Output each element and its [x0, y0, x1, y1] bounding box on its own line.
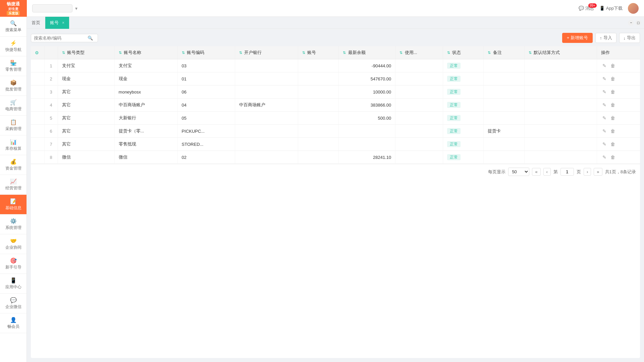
sidebar-item-wholesale[interactable]: 📦 批发管理	[0, 76, 26, 96]
export-icon: ↓	[624, 36, 626, 41]
prev-page-button[interactable]: ‹	[543, 168, 551, 176]
sidebar-item-wechat[interactable]: 💬 企业微信	[0, 294, 26, 313]
next-page-button[interactable]: ›	[584, 168, 591, 176]
cell-remark: 提货卡	[484, 125, 525, 138]
sidebar-item-retail[interactable]: 🏪 零售管理	[0, 56, 26, 76]
message-button[interactable]: 💬 消息 99+	[579, 5, 594, 11]
tab-account-label: 账号	[50, 20, 59, 26]
th-type[interactable]: ⇅ 账号类型	[58, 46, 114, 59]
ecommerce-icon: 🛒	[1, 99, 25, 106]
maximize-button[interactable]: □	[635, 20, 641, 26]
delete-button[interactable]: 🗑	[609, 141, 616, 147]
cell-action: ✎ 🗑	[597, 72, 640, 85]
sidebar-item-search-menu[interactable]: 🔍 搜索菜单	[0, 17, 26, 37]
cell-bank	[235, 59, 298, 72]
delete-button[interactable]: 🗑	[609, 154, 616, 161]
sort-icon-account: ⇅	[302, 51, 305, 55]
sort-icon-type: ⇅	[62, 51, 65, 55]
sidebar-item-quick-nav[interactable]: ⚡ 快捷导航	[0, 37, 26, 56]
sidebar-item-label: 畅会员	[1, 324, 25, 329]
search-icon[interactable]: 🔍	[88, 36, 93, 41]
cell-bank: 中百商场账户	[235, 99, 298, 112]
sidebar-item-system[interactable]: ⚙️ 系统管理	[0, 215, 26, 234]
edit-button[interactable]: ✎	[601, 62, 608, 69]
import-button[interactable]: ↑ 导入	[595, 33, 616, 43]
app-download-button[interactable]: 📱 App下载	[599, 5, 623, 11]
inventory-icon: 📊	[1, 139, 25, 145]
th-default-settlement[interactable]: ⇅ 默认结算方式	[524, 46, 597, 59]
edit-button[interactable]: ✎	[601, 102, 608, 108]
sidebar-item-app-center[interactable]: 📱 应用中心	[0, 274, 26, 294]
sort-icon-code: ⇅	[182, 51, 185, 55]
toolbar-right: + 新增账号 ↑ 导入 ↓ 导出	[562, 33, 640, 43]
sidebar-item-inventory[interactable]: 📊 库存核算	[0, 135, 26, 155]
page-size-select[interactable]: 50	[508, 168, 529, 176]
add-account-button[interactable]: + 新增账号	[562, 33, 593, 43]
edit-button[interactable]: ✎	[601, 141, 608, 147]
topbar-dropdown-icon[interactable]: ▾	[75, 6, 77, 11]
th-balance[interactable]: ⇅ 最新余额	[339, 46, 395, 59]
delete-button[interactable]: 🗑	[609, 88, 616, 95]
delete-button[interactable]: 🗑	[609, 115, 616, 121]
minimize-button[interactable]: －	[628, 20, 634, 26]
cell-usage	[395, 112, 443, 125]
sidebar-item-finance[interactable]: 💰 资金管理	[0, 155, 26, 175]
cell-default-settlement	[524, 112, 597, 125]
delete-button[interactable]: 🗑	[609, 62, 616, 69]
cell-code: 06	[177, 85, 235, 99]
search-input[interactable]	[34, 36, 88, 41]
edit-button[interactable]: ✎	[601, 154, 608, 161]
retail-icon: 🏪	[1, 60, 25, 66]
topbar: ▾ 💬 消息 99+ 📱 App下载	[27, 0, 644, 17]
cell-balance: -90444.00	[339, 59, 395, 72]
export-button[interactable]: ↓ 导出	[619, 33, 640, 43]
cell-account	[298, 59, 339, 72]
cell-action: ✎ 🗑	[597, 125, 640, 138]
sidebar-item-operation[interactable]: 📈 经营管理	[0, 175, 26, 195]
sidebar-item-ecommerce[interactable]: 🛒 电商管理	[0, 96, 26, 116]
topbar-search-input[interactable]	[32, 4, 72, 12]
th-account[interactable]: ⇅ 账号	[298, 46, 339, 59]
edit-button[interactable]: ✎	[601, 75, 608, 82]
cell-usage	[395, 151, 443, 164]
delete-button[interactable]: 🗑	[609, 75, 616, 82]
sidebar-item-basic-info[interactable]: 📝 基础信息	[0, 195, 26, 215]
import-icon: ↑	[600, 36, 602, 41]
sidebar-item-purchase[interactable]: 📋 采购管理	[0, 116, 26, 135]
edit-button[interactable]: ✎	[601, 115, 608, 121]
cell-settings	[31, 59, 44, 72]
th-bank[interactable]: ⇅ 开户银行	[235, 46, 298, 59]
sidebar-item-member[interactable]: 👤 畅会员	[0, 313, 26, 333]
sidebar-item-label: 库存核算	[1, 146, 25, 152]
th-code[interactable]: ⇅ 账号编码	[177, 46, 235, 59]
edit-button[interactable]: ✎	[601, 88, 608, 95]
cell-action: ✎ 🗑	[597, 151, 640, 164]
per-page-label: 每页显示	[488, 169, 505, 175]
sidebar-item-agreement[interactable]: 🤝 企业协同	[0, 234, 26, 254]
tab-home[interactable]: 首页	[27, 17, 45, 29]
cell-settings	[31, 125, 44, 138]
th-name[interactable]: ⇅ 账号名称	[114, 46, 177, 59]
page-number-input[interactable]	[560, 168, 574, 176]
cell-num: 2	[44, 72, 58, 85]
cell-bank	[235, 85, 298, 99]
delete-button[interactable]: 🗑	[609, 102, 616, 108]
sidebar-item-guide[interactable]: 🎯 新手引导	[0, 254, 26, 274]
message-badge: 99+	[588, 3, 597, 8]
tab-close-icon[interactable]: ×	[62, 20, 64, 25]
app-download-label: App下载	[606, 5, 623, 11]
edit-button[interactable]: ✎	[601, 128, 608, 134]
tab-account[interactable]: 账号 ×	[45, 17, 69, 29]
cell-status: 正常	[443, 59, 484, 72]
user-avatar[interactable]	[628, 3, 639, 14]
th-settings[interactable]: ⚙	[31, 46, 44, 59]
first-page-button[interactable]: «	[532, 168, 540, 176]
delete-button[interactable]: 🗑	[609, 128, 616, 134]
sidebar-item-label: 新手引导	[1, 264, 25, 270]
cell-balance: 28241.10	[339, 151, 395, 164]
cell-status: 正常	[443, 85, 484, 99]
last-page-button[interactable]: »	[594, 168, 602, 176]
th-usage[interactable]: ⇅ 使用...	[395, 46, 443, 59]
th-remark[interactable]: ⇅ 备注	[484, 46, 525, 59]
th-status[interactable]: ⇅ 状态	[443, 46, 484, 59]
